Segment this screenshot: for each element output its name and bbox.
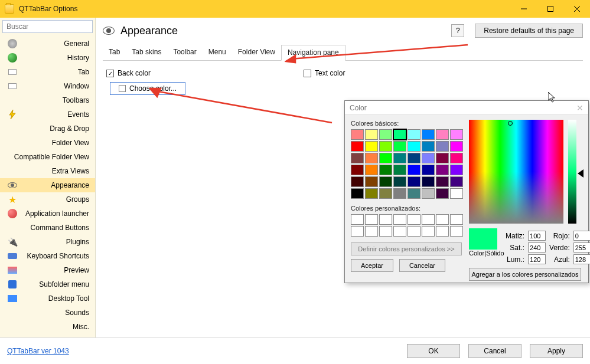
sidebar-item-general[interactable]: General xyxy=(0,37,95,51)
basic-color-swatch[interactable] xyxy=(365,129,378,140)
close-button[interactable] xyxy=(563,0,590,18)
basic-color-swatch[interactable] xyxy=(408,153,421,163)
color-dialog-close-icon[interactable]: ✕ xyxy=(576,103,584,113)
sidebar-item-application-launcher[interactable]: Application launcher xyxy=(0,206,95,221)
custom-color-swatch[interactable] xyxy=(379,226,392,237)
minimize-button[interactable] xyxy=(510,0,537,18)
basic-color-swatch[interactable] xyxy=(450,176,463,187)
custom-color-swatch[interactable] xyxy=(408,214,421,225)
tab-menu[interactable]: Menu xyxy=(203,45,232,60)
basic-color-swatch[interactable] xyxy=(393,129,406,140)
tab-tab[interactable]: Tab xyxy=(103,45,126,60)
blue-input[interactable] xyxy=(573,254,590,264)
sidebar-item-toolbars[interactable]: Toolbars xyxy=(0,93,95,107)
basic-color-swatch[interactable] xyxy=(422,188,435,199)
help-button[interactable]: ? xyxy=(451,24,464,37)
basic-color-swatch[interactable] xyxy=(351,153,364,163)
custom-color-swatch[interactable] xyxy=(408,226,421,237)
custom-color-swatch[interactable] xyxy=(422,226,435,237)
basic-color-swatch[interactable] xyxy=(450,188,463,199)
basic-color-swatch[interactable] xyxy=(408,165,421,175)
sat-input[interactable] xyxy=(528,242,546,252)
sidebar-item-folder-view[interactable]: Folder View xyxy=(0,136,95,150)
basic-color-swatch[interactable] xyxy=(422,176,435,187)
sidebar-item-window[interactable]: Window xyxy=(0,79,95,93)
sidebar-item-history[interactable]: History xyxy=(0,51,95,65)
color-gradient-picker[interactable] xyxy=(469,120,563,224)
sidebar-item-compatible-folder-view[interactable]: Compatible Folder View xyxy=(0,150,95,164)
basic-color-swatch[interactable] xyxy=(365,141,378,152)
basic-color-swatch[interactable] xyxy=(436,129,449,140)
basic-color-swatch[interactable] xyxy=(365,176,378,187)
green-input[interactable] xyxy=(573,242,590,252)
basic-color-swatch[interactable] xyxy=(422,129,435,140)
basic-color-swatch[interactable] xyxy=(379,141,392,152)
sidebar-item-groups[interactable]: ★Groups xyxy=(0,192,95,206)
basic-color-swatch[interactable] xyxy=(393,165,406,175)
basic-color-swatch[interactable] xyxy=(408,141,421,152)
basic-color-swatch[interactable] xyxy=(365,153,378,163)
lum-input[interactable] xyxy=(528,254,546,264)
custom-color-swatch[interactable] xyxy=(365,214,378,225)
basic-color-swatch[interactable] xyxy=(365,188,378,199)
restore-defaults-button[interactable]: Restore defaults of this page xyxy=(475,24,583,38)
basic-color-swatch[interactable] xyxy=(393,188,406,199)
sidebar-item-appearance[interactable]: Appearance xyxy=(0,178,95,192)
basic-color-swatch[interactable] xyxy=(450,165,463,175)
custom-color-swatch[interactable] xyxy=(393,226,406,237)
basic-color-swatch[interactable] xyxy=(379,188,392,199)
basic-color-swatch[interactable] xyxy=(408,188,421,199)
custom-color-swatch[interactable] xyxy=(379,214,392,225)
basic-color-swatch[interactable] xyxy=(393,141,406,152)
define-custom-colors-button[interactable]: Definir colores personalizados >> xyxy=(351,242,462,255)
hue-input[interactable] xyxy=(528,231,546,241)
basic-color-swatch[interactable] xyxy=(351,129,364,140)
add-to-custom-button[interactable]: Agregar a los colores personalizados xyxy=(469,268,581,281)
basic-color-swatch[interactable] xyxy=(379,153,392,163)
custom-color-swatch[interactable] xyxy=(351,214,364,225)
red-input[interactable] xyxy=(573,231,590,241)
sidebar-item-extra-views[interactable]: Extra Views xyxy=(0,164,95,178)
ok-button[interactable]: OK xyxy=(407,344,460,358)
sidebar-item-keyboard-shortcuts[interactable]: Keyboard Shortcuts xyxy=(0,249,95,263)
basic-color-swatch[interactable] xyxy=(436,153,449,163)
basic-color-swatch[interactable] xyxy=(422,165,435,175)
basic-color-swatch[interactable] xyxy=(408,176,421,187)
basic-color-swatch[interactable] xyxy=(436,188,449,199)
basic-color-swatch[interactable] xyxy=(436,176,449,187)
sidebar-item-subfolder-menu[interactable]: Subfolder menu xyxy=(0,277,95,291)
custom-color-swatch[interactable] xyxy=(365,226,378,237)
custom-color-swatch[interactable] xyxy=(393,214,406,225)
basic-color-swatch[interactable] xyxy=(436,141,449,152)
sidebar-item-misc-[interactable]: Misc. xyxy=(0,320,95,334)
sidebar-item-tab[interactable]: Tab xyxy=(0,65,95,79)
basic-color-swatch[interactable] xyxy=(365,165,378,175)
sidebar-item-desktop-tool[interactable]: Desktop Tool xyxy=(0,291,95,306)
basic-color-swatch[interactable] xyxy=(379,176,392,187)
tab-toolbar[interactable]: Toolbar xyxy=(167,45,202,60)
custom-color-swatch[interactable] xyxy=(450,226,463,237)
sidebar-item-events[interactable]: Events xyxy=(0,107,95,122)
custom-color-swatch[interactable] xyxy=(351,226,364,237)
custom-color-swatch[interactable] xyxy=(450,214,463,225)
luminosity-bar[interactable] xyxy=(568,120,576,224)
custom-color-swatch[interactable] xyxy=(436,214,449,225)
back-color-checkbox[interactable]: ✓ Back color xyxy=(106,69,185,77)
basic-color-swatch[interactable] xyxy=(450,153,463,163)
sidebar-item-preview[interactable]: Preview xyxy=(0,263,95,277)
search-input[interactable] xyxy=(2,20,93,33)
basic-color-swatch[interactable] xyxy=(422,153,435,163)
sidebar-item-drag-drop[interactable]: Drag & Drop xyxy=(0,122,95,136)
cancel-button[interactable]: Cancel xyxy=(468,344,521,358)
color-cancel-button[interactable]: Cancelar xyxy=(399,259,445,272)
basic-color-swatch[interactable] xyxy=(450,129,463,140)
basic-color-swatch[interactable] xyxy=(436,165,449,175)
basic-color-swatch[interactable] xyxy=(393,176,406,187)
basic-color-swatch[interactable] xyxy=(379,165,392,175)
basic-color-swatch[interactable] xyxy=(450,141,463,152)
basic-color-swatch[interactable] xyxy=(351,176,364,187)
sidebar-item-sounds[interactable]: Sounds xyxy=(0,306,95,320)
basic-color-swatch[interactable] xyxy=(351,141,364,152)
tab-folder-view[interactable]: Folder View xyxy=(232,45,281,60)
apply-button[interactable]: Apply xyxy=(530,344,583,358)
